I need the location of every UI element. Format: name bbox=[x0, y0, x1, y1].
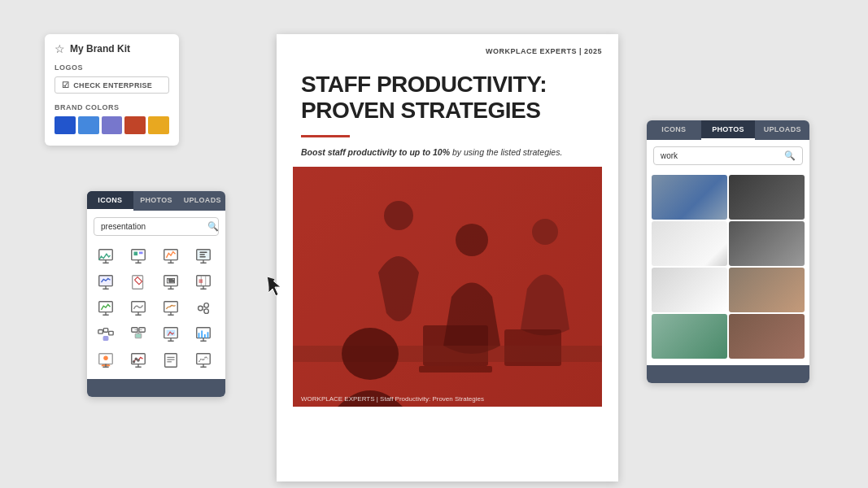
tab-icons-photos-panel[interactable]: ICONS bbox=[647, 120, 701, 140]
doc-header: WORKPLACE EXPERTS | 2025 bbox=[277, 34, 618, 63]
doc-subtitle: Boost staff productivity to up to 10% by… bbox=[277, 144, 618, 167]
photos-panel-footer bbox=[647, 365, 809, 383]
svg-point-84 bbox=[532, 219, 558, 245]
doc-title: STAFF PRODUCTIVITY:PROVEN STRATEGIES bbox=[277, 63, 618, 129]
svg-rect-44 bbox=[98, 330, 103, 334]
svg-point-40 bbox=[204, 303, 208, 308]
color-swatches bbox=[55, 116, 169, 134]
svg-rect-78 bbox=[197, 354, 211, 364]
icon-cell-1[interactable] bbox=[92, 244, 120, 268]
logos-label: LOGOS bbox=[55, 63, 169, 72]
icon-cell-7[interactable]: We bbox=[157, 270, 185, 294]
svg-line-42 bbox=[203, 306, 204, 307]
svg-point-39 bbox=[198, 306, 203, 311]
color-swatch-2[interactable] bbox=[78, 116, 99, 134]
svg-text:We: We bbox=[168, 279, 174, 283]
tab-icons[interactable]: ICONS bbox=[87, 191, 133, 211]
tab-photos[interactable]: PHOTOS bbox=[133, 191, 180, 211]
brand-kit-panel: ☆ My Brand Kit LOGOS ☑ CHECK ENTERPRISE … bbox=[45, 34, 179, 146]
brand-kit-title: My Brand Kit bbox=[70, 43, 130, 54]
brand-colors-label: BRAND COLORS bbox=[55, 103, 169, 111]
icon-cell-2[interactable] bbox=[124, 244, 152, 268]
svg-point-41 bbox=[204, 309, 208, 314]
svg-rect-45 bbox=[103, 329, 108, 333]
svg-rect-14 bbox=[199, 256, 205, 257]
svg-point-70 bbox=[135, 358, 137, 359]
main-document: WORKPLACE EXPERTS | 2025 STAFF PRODUCTIV… bbox=[277, 34, 618, 481]
icon-cell-12[interactable] bbox=[190, 296, 217, 320]
svg-point-64 bbox=[103, 356, 108, 361]
doc-image-svg bbox=[293, 167, 602, 407]
svg-rect-5 bbox=[139, 252, 143, 255]
svg-rect-4 bbox=[134, 252, 138, 256]
svg-rect-13 bbox=[199, 254, 204, 255]
svg-line-43 bbox=[203, 309, 204, 311]
icons-panel-tabs: ICONS PHOTOS UPLOADS bbox=[87, 191, 225, 211]
photos-search-icon: 🔍 bbox=[784, 150, 796, 161]
svg-point-82 bbox=[384, 201, 413, 230]
icon-cell-4[interactable] bbox=[190, 244, 217, 268]
tab-photos-photos-panel[interactable]: PHOTOS bbox=[701, 120, 756, 140]
svg-rect-86 bbox=[419, 366, 492, 373]
svg-point-69 bbox=[133, 361, 134, 363]
brand-kit-header: ☆ My Brand Kit bbox=[55, 42, 169, 55]
svg-rect-88 bbox=[293, 346, 602, 362]
doc-red-line bbox=[301, 135, 350, 137]
tab-uploads-photos-panel[interactable]: UPLOADS bbox=[755, 120, 809, 140]
doc-image: WORKPLACE EXPERTS | Staff Productivity: … bbox=[293, 167, 602, 407]
photos-panel-tabs: ICONS PHOTOS UPLOADS bbox=[647, 120, 809, 140]
color-swatch-1[interactable] bbox=[55, 116, 76, 134]
doc-image-caption: WORKPLACE EXPERTS | Staff Productivity: … bbox=[293, 391, 602, 407]
icon-cell-6[interactable] bbox=[124, 270, 152, 294]
photos-search-bar: 🔍 bbox=[653, 146, 803, 165]
check-enterprise-label: CHECK ENTERPRISE bbox=[73, 81, 152, 89]
icon-cell-8[interactable] bbox=[190, 270, 217, 294]
svg-rect-27 bbox=[199, 279, 203, 283]
icon-cell-17[interactable] bbox=[92, 348, 120, 373]
icon-cell-3[interactable] bbox=[157, 244, 185, 268]
icon-cell-10[interactable] bbox=[124, 296, 152, 320]
photo-thumb-2[interactable] bbox=[729, 175, 805, 220]
icon-cell-16[interactable] bbox=[190, 322, 217, 346]
photo-thumb-5[interactable] bbox=[652, 268, 727, 312]
icons-panel-footer bbox=[87, 379, 225, 397]
photo-thumb-3[interactable] bbox=[652, 221, 727, 266]
color-swatch-5[interactable] bbox=[148, 116, 169, 134]
svg-point-71 bbox=[137, 359, 139, 361]
svg-rect-46 bbox=[109, 331, 114, 335]
color-swatch-3[interactable] bbox=[102, 116, 123, 134]
icon-cell-18[interactable] bbox=[124, 348, 152, 373]
icon-cell-20[interactable] bbox=[190, 348, 217, 373]
icon-cell-19[interactable] bbox=[157, 348, 185, 373]
color-swatch-4[interactable] bbox=[124, 116, 146, 134]
photo-thumb-8[interactable] bbox=[729, 314, 805, 359]
brand-colors-section: BRAND COLORS bbox=[55, 103, 169, 134]
photo-thumb-6[interactable] bbox=[729, 268, 805, 312]
icons-panel: ICONS PHOTOS UPLOADS 🔍 We bbox=[87, 191, 225, 397]
photos-search-input[interactable] bbox=[661, 151, 781, 160]
icon-cell-15[interactable] bbox=[157, 322, 185, 346]
icons-search-bar: 🔍 bbox=[94, 217, 219, 236]
icon-cell-13[interactable] bbox=[92, 322, 120, 346]
doc-subtitle-boost: Boost staff productivity to up to 10% bbox=[301, 147, 450, 157]
icons-grid: We bbox=[87, 241, 225, 379]
svg-point-83 bbox=[456, 224, 488, 256]
photos-grid bbox=[647, 170, 809, 365]
check-enterprise-button[interactable]: ☑ CHECK ENTERPRISE bbox=[55, 76, 169, 94]
photo-thumb-7[interactable] bbox=[652, 314, 727, 359]
svg-point-89 bbox=[342, 328, 399, 380]
tab-uploads[interactable]: UPLOADS bbox=[179, 191, 225, 211]
svg-rect-50 bbox=[135, 333, 141, 338]
icon-cell-5[interactable] bbox=[92, 270, 120, 294]
icon-cell-11[interactable] bbox=[157, 296, 185, 320]
svg-rect-3 bbox=[132, 250, 146, 260]
photo-thumb-4[interactable] bbox=[729, 221, 805, 266]
photo-thumb-1[interactable] bbox=[652, 175, 727, 220]
icon-cell-9[interactable] bbox=[92, 296, 120, 320]
logos-section: LOGOS ☑ CHECK ENTERPRISE bbox=[55, 63, 169, 94]
svg-marker-90 bbox=[268, 277, 281, 296]
icon-cell-14[interactable] bbox=[124, 322, 152, 346]
search-icon: 🔍 bbox=[207, 221, 219, 232]
icons-search-input[interactable] bbox=[101, 222, 204, 231]
svg-rect-26 bbox=[197, 276, 211, 286]
